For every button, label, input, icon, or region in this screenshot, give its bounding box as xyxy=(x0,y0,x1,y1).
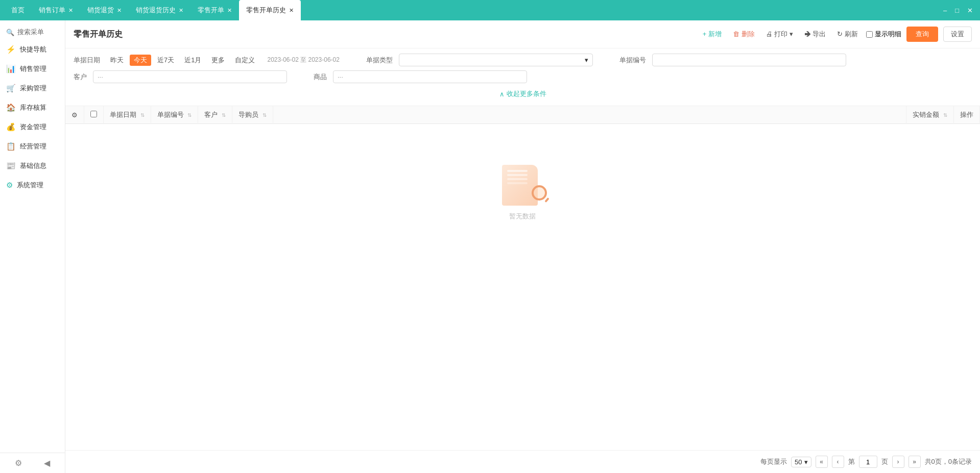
next-page-button[interactable]: › xyxy=(892,456,904,468)
product-label: 商品 xyxy=(314,72,327,82)
sidebar-item-operations[interactable]: 📋 经营管理 xyxy=(0,137,65,156)
table-footer: 每页显示 50 ▾ « ‹ 第 页 › » 共0页，0条记录 xyxy=(65,450,980,473)
sidebar-item-finance[interactable]: 💰 资金管理 xyxy=(0,117,65,137)
sidebar-settings-icon[interactable]: ⚙ xyxy=(15,458,22,468)
sidebar-item-operations-label: 经营管理 xyxy=(20,142,46,151)
data-table: ⚙ 单据日期 ⇅ 单据编号 ⇅ 客户 ⇅ xyxy=(65,106,980,262)
search-circle xyxy=(532,185,547,201)
customer-select[interactable]: ··· xyxy=(93,70,287,83)
export-button[interactable]: 🡺 导出 xyxy=(801,28,829,41)
sidebar-item-sys-mgmt[interactable]: ⚙ 系统管理 xyxy=(0,176,65,195)
sidebar-item-inventory[interactable]: 🏠 库存核算 xyxy=(0,98,65,117)
finance-icon: 💰 xyxy=(6,122,16,132)
sidebar-item-sys-mgmt-label: 系统管理 xyxy=(17,181,43,190)
table-header-row: ⚙ 单据日期 ⇅ 单据编号 ⇅ 客户 ⇅ xyxy=(65,106,980,124)
customer-ellipsis: ··· xyxy=(98,73,103,81)
tab-home[interactable]: 首页 xyxy=(4,0,32,20)
date-tab-today[interactable]: 今天 xyxy=(130,55,151,66)
th-number-sort-icon: ⇅ xyxy=(187,112,192,118)
tab-sales-return-history-label: 销货退货历史 xyxy=(136,6,176,15)
add-button[interactable]: + 新增 xyxy=(700,28,725,41)
date-tab-1month[interactable]: 近1月 xyxy=(180,55,205,66)
tab-sales-order-label: 销售订单 xyxy=(39,6,65,15)
empty-text: 暂无数据 xyxy=(509,212,536,221)
sidebar-item-quick-nav[interactable]: ⚡ 快捷导航 xyxy=(0,40,65,59)
tab-sales-return[interactable]: 销货退货 ✕ xyxy=(80,0,129,20)
tab-retail-open-history-label: 零售开单历史 xyxy=(246,6,286,15)
operations-icon: 📋 xyxy=(6,142,16,151)
th-customer[interactable]: 客户 ⇅ xyxy=(198,106,232,124)
th-date[interactable]: 单据日期 ⇅ xyxy=(104,106,151,124)
date-label: 单据日期 xyxy=(74,56,100,65)
tab-retail-open-close[interactable]: ✕ xyxy=(227,7,232,14)
th-checkbox[interactable] xyxy=(84,106,104,124)
collapse-bar[interactable]: ∧ 收起更多条件 xyxy=(74,87,972,101)
per-page-select[interactable]: 50 ▾ xyxy=(791,457,811,467)
th-customer-label: 客户 xyxy=(204,111,218,118)
date-tab-yesterday[interactable]: 昨天 xyxy=(106,55,128,66)
page-input[interactable] xyxy=(859,456,877,468)
tab-sales-return-close[interactable]: ✕ xyxy=(117,7,122,14)
page-word-end: 页 xyxy=(881,457,888,466)
th-salesperson[interactable]: 导购员 ⇅ xyxy=(232,106,273,124)
collapse-label: 收起更多条件 xyxy=(507,89,546,98)
type-select-arrow: ▾ xyxy=(585,56,588,64)
display-detail-checkbox[interactable] xyxy=(866,31,873,38)
th-settings[interactable]: ⚙ xyxy=(65,106,84,124)
sidebar-item-purchase-mgmt[interactable]: 🛒 采购管理 xyxy=(0,79,65,98)
purchase-mgmt-icon: 🛒 xyxy=(6,84,16,93)
sidebar-collapse-icon[interactable]: ◀ xyxy=(44,458,50,468)
empty-icon xyxy=(497,165,548,206)
sidebar-item-basic-info-label: 基础信息 xyxy=(20,161,46,170)
tab-sales-return-history-close[interactable]: ✕ xyxy=(179,7,183,14)
close-button[interactable]: ✕ xyxy=(964,6,976,15)
filter-settings-button[interactable]: 设置 xyxy=(943,27,972,42)
quick-nav-icon: ⚡ xyxy=(6,45,16,54)
page-summary: 共0页，0条记录 xyxy=(925,457,972,466)
th-spacer xyxy=(273,106,906,124)
minimize-button[interactable]: – xyxy=(940,6,950,15)
query-button[interactable]: 查询 xyxy=(906,27,938,42)
date-tab-custom[interactable]: 自定义 xyxy=(231,55,259,66)
display-detail-toggle[interactable]: 显示明细 xyxy=(866,30,901,39)
inventory-icon: 🏠 xyxy=(6,103,16,112)
refresh-button[interactable]: ↻ 刷新 xyxy=(834,28,861,41)
sys-mgmt-icon: ⚙ xyxy=(6,181,13,190)
filter-row-1: 单据日期 昨天 今天 近7天 近1月 更多 自定义 2023-06-02 至 2… xyxy=(74,54,972,66)
prev-page-button[interactable]: ‹ xyxy=(832,456,844,468)
tab-sales-order-close[interactable]: ✕ xyxy=(68,7,73,14)
display-detail-label: 显示明细 xyxy=(875,30,901,39)
type-select[interactable]: ▾ xyxy=(399,54,593,66)
tab-retail-open[interactable]: 零售开单 ✕ xyxy=(190,0,239,20)
sidebar-item-basic-info[interactable]: 📰 基础信息 xyxy=(0,156,65,176)
number-input[interactable] xyxy=(652,54,846,66)
th-amount[interactable]: 实销金额 ⇅ xyxy=(906,106,954,124)
print-button[interactable]: 🖨 打印 ▾ xyxy=(763,28,796,41)
product-select[interactable]: ··· xyxy=(333,70,527,83)
sidebar-search[interactable]: 🔍 搜索采单 xyxy=(0,24,65,40)
date-tab-7days[interactable]: 近7天 xyxy=(153,55,178,66)
first-page-button[interactable]: « xyxy=(816,456,828,468)
product-ellipsis: ··· xyxy=(338,73,343,81)
last-page-button[interactable]: » xyxy=(909,456,921,468)
date-tab-more[interactable]: 更多 xyxy=(207,55,229,66)
tab-sales-return-history[interactable]: 销货退货历史 ✕ xyxy=(129,0,190,20)
basic-info-icon: 📰 xyxy=(6,161,16,170)
th-amount-label: 实销金额 xyxy=(913,111,939,118)
collapse-icon: ∧ xyxy=(499,90,505,98)
empty-row: 暂无数据 xyxy=(65,124,980,262)
select-all-checkbox[interactable] xyxy=(90,111,97,117)
sidebar-search-label: 搜索采单 xyxy=(17,28,44,37)
sidebar-item-sales-mgmt-label: 销售管理 xyxy=(20,64,46,73)
sidebar-item-sales-mgmt[interactable]: 📊 销售管理 xyxy=(0,59,65,79)
date-range: 2023-06-02 至 2023-06-02 xyxy=(267,56,339,64)
th-number[interactable]: 单据编号 ⇅ xyxy=(151,106,198,124)
tab-sales-order[interactable]: 销售订单 ✕ xyxy=(32,0,80,20)
tab-retail-open-history-close[interactable]: ✕ xyxy=(289,7,294,14)
tab-retail-open-history[interactable]: 零售开单历史 ✕ xyxy=(239,0,301,20)
type-label: 单据类型 xyxy=(366,56,393,65)
filter-row-2: 客户 ··· 商品 ··· xyxy=(74,70,972,83)
delete-button[interactable]: 🗑 删除 xyxy=(730,28,758,41)
maximize-button[interactable]: □ xyxy=(952,6,962,15)
sidebar-item-quick-nav-label: 快捷导航 xyxy=(20,45,46,54)
